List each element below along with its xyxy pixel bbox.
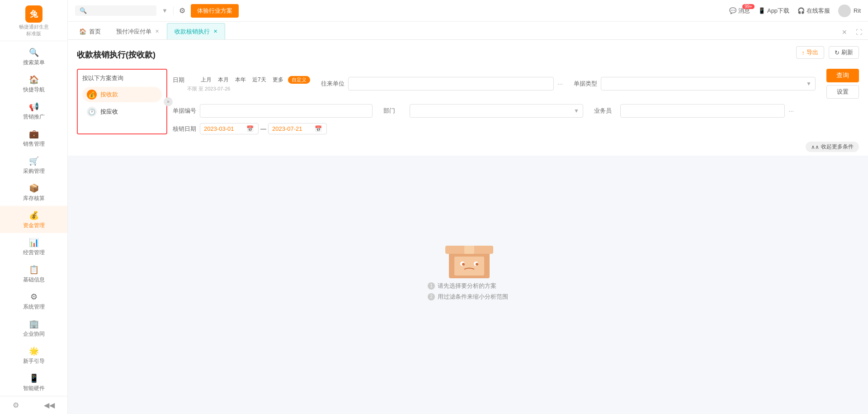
svg-rect-2: [464, 246, 474, 254]
doc-type-select[interactable]: ▼: [601, 77, 816, 90]
refresh-icon: ↻: [835, 49, 840, 56]
shortcut-last-month[interactable]: 上月: [199, 75, 213, 85]
shortcut-custom[interactable]: 自定义: [288, 76, 310, 84]
sidebar-item-operations[interactable]: 📊 经营管理: [0, 233, 67, 260]
settings-bottom-btn[interactable]: ⚙: [13, 401, 19, 409]
topbar-divider: [173, 6, 174, 15]
solution-button[interactable]: 体验行业方案: [191, 4, 239, 18]
date-end-input[interactable]: [272, 125, 313, 132]
doc-number-field: 单据编号: [173, 104, 373, 118]
app-download-btn[interactable]: 📱 App下载: [758, 7, 789, 15]
sidebar-item-inventory[interactable]: 📦 库存核算: [0, 179, 67, 206]
export-button[interactable]: ↑ 导出: [796, 46, 825, 59]
date-label: 日期: [173, 76, 195, 84]
department-chevron: ▼: [574, 108, 579, 114]
salesperson-dots-btn[interactable]: ···: [788, 107, 794, 114]
user-name: Rit: [854, 7, 861, 14]
refresh-button[interactable]: ↻ 刷新: [829, 46, 859, 59]
empty-hint-2: 2 用过滤条件来缩小分析范围: [428, 293, 508, 301]
topbar-settings-icon[interactable]: ⚙: [179, 6, 185, 15]
sidebar-item-basic[interactable]: 📋 基础信息: [0, 260, 67, 287]
page-title: 收款核销执行(按收款): [77, 49, 156, 60]
message-btn[interactable]: 💬 消息 99+: [729, 7, 750, 15]
finance-icon: 💰: [29, 210, 39, 220]
sidebar-item-label: 快捷导航: [23, 86, 45, 94]
sidebar-item-label: 系统管理: [23, 303, 45, 311]
settings-filter-button[interactable]: 设置: [826, 85, 859, 99]
counterparty-label: 往来单位: [321, 80, 344, 88]
tab-receive-close[interactable]: ✕: [213, 29, 217, 34]
query-button[interactable]: 查询: [826, 69, 859, 82]
page-content: 收款核销执行(按收款) ↑ 导出 ↻ 刷新 按以下方案查询 💰 按收款: [68, 40, 868, 414]
quick-nav-icon: 🏠: [29, 75, 39, 85]
filter-option-by-receivable[interactable]: 🕐 按应收: [82, 104, 162, 119]
empty-illustration: [441, 233, 495, 278]
collapse-more-button[interactable]: ∧∧ 收起更多条件: [806, 142, 859, 152]
empty-hint-1: 1 请先选择要分析的方案: [428, 282, 508, 290]
tab-receive[interactable]: 收款核销执行 ✕: [167, 23, 225, 39]
salesperson-field: 业务员 ···: [594, 104, 794, 118]
sidebar-item-hardware[interactable]: 📱 智能硬件: [0, 369, 67, 396]
receipt-option-label: 按收款: [100, 90, 118, 99]
sidebar-item-sales[interactable]: 💼 销售管理: [0, 124, 67, 152]
sidebar-bottom: ⚙ ◀◀: [0, 396, 67, 414]
date-range: 📅 — 📅: [200, 123, 327, 134]
sidebar-item-label: 智能硬件: [23, 385, 45, 392]
sidebar-item-system[interactable]: ⚙ 系统管理: [0, 287, 67, 314]
purchase-icon: 🛒: [29, 156, 39, 166]
collapse-icon: ∧∧: [811, 144, 819, 150]
date-start-input[interactable]: [204, 125, 245, 132]
receivable-option-icon: 🕐: [87, 107, 97, 117]
shortcut-7days[interactable]: 近7天: [250, 75, 268, 85]
empty-hint: 1 请先选择要分析的方案 2 用过滤条件来缩小分析范围: [428, 282, 508, 301]
doc-number-input[interactable]: [200, 104, 373, 118]
date-hint: 不限 至 2023-07-26: [187, 86, 230, 92]
sidebar-item-marketing[interactable]: 📢 营销推广: [0, 97, 67, 124]
topbar-chevron-icon[interactable]: ▼: [162, 7, 168, 14]
tab-close-all-btn[interactable]: ✕: [839, 27, 850, 38]
basic-icon: 📋: [29, 265, 39, 275]
sidebar-item-label: 销售管理: [23, 140, 45, 148]
tab-home[interactable]: 🏠 首页: [71, 23, 108, 39]
collapse-sidebar-btn[interactable]: ◀◀: [44, 401, 55, 409]
user-area[interactable]: Rit: [838, 5, 861, 17]
guide-icon: 🌟: [29, 346, 39, 356]
tab-prepay-close[interactable]: ✕: [155, 29, 159, 34]
counterparty-dots-btn[interactable]: ···: [557, 80, 563, 87]
operations-icon: 📊: [29, 238, 39, 247]
tab-prepay[interactable]: 预付冲应付单 ✕: [108, 23, 167, 39]
counterparty-input[interactable]: [348, 77, 554, 90]
date-field: 日期 上月 本月 本年 近7天 更多 自定义 不限 至 2023-07-26: [173, 75, 310, 92]
sidebar-item-quick-nav[interactable]: 🏠 快捷导航: [0, 70, 67, 97]
sidebar-item-finance[interactable]: 💰 资金管理: [0, 206, 67, 233]
department-label: 部门: [383, 107, 406, 115]
hint-text-1: 请先选择要分析的方案: [438, 282, 496, 290]
sidebar-item-enterprise[interactable]: 🏢 企业协同: [0, 314, 67, 342]
tab-expand-btn[interactable]: ⛶: [854, 27, 864, 38]
sales-icon: 💼: [29, 129, 39, 139]
calendar-end-icon[interactable]: 📅: [315, 125, 322, 132]
shortcut-this-month[interactable]: 本月: [216, 75, 231, 85]
salesperson-input[interactable]: [620, 104, 785, 118]
sidebar-item-search[interactable]: 🔍 搜索菜单: [0, 43, 67, 70]
department-select[interactable]: ▼: [410, 104, 583, 118]
sidebar-item-purchase[interactable]: 🛒 采购管理: [0, 152, 67, 179]
main-content: 🔍 ▼ ⚙ 体验行业方案 💬 消息 99+ 📱 App下载 🎧 在线客服 Rit: [68, 0, 868, 414]
hint-num-1: 1: [428, 282, 435, 290]
date-shortcuts: 上月 本月 本年 近7天 更多 自定义: [199, 75, 310, 85]
shortcut-this-year[interactable]: 本年: [233, 75, 248, 85]
home-icon: 🏠: [79, 28, 86, 35]
hardware-icon: 📱: [29, 373, 39, 383]
topbar-search-box[interactable]: 🔍: [75, 5, 156, 16]
online-service-btn[interactable]: 🎧 在线客服: [797, 7, 830, 15]
date-end-wrapper: 📅: [268, 123, 327, 134]
message-icon: 💬: [729, 7, 736, 14]
shortcut-more[interactable]: 更多: [271, 75, 285, 85]
filter-collapse-btn[interactable]: »: [164, 97, 173, 106]
filter-option-by-receipt[interactable]: 💰 按收款: [82, 87, 162, 102]
sidebar-item-guide[interactable]: 🌟 新手引导: [0, 342, 67, 369]
app-name: 畅捷通好生意 标准版: [19, 24, 49, 37]
topbar: 🔍 ▼ ⚙ 体验行业方案 💬 消息 99+ 📱 App下载 🎧 在线客服 Rit: [68, 0, 868, 22]
calendar-start-icon[interactable]: 📅: [246, 125, 254, 132]
doc-type-chevron: ▼: [806, 81, 811, 87]
